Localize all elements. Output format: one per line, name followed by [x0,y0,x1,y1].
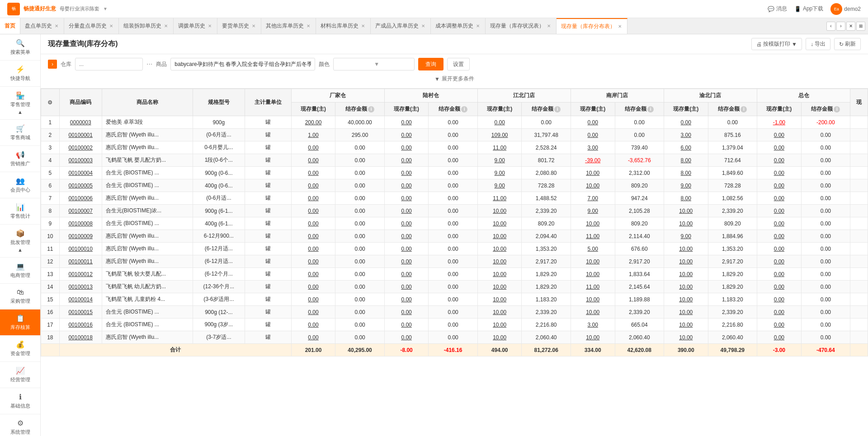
search-btn[interactable]: 查询 [418,58,443,70]
tab-close-btn[interactable]: ✕ [360,23,366,29]
user-area[interactable]: Ea demo2 [830,3,861,15]
refresh-btn[interactable]: ↻ 刷新 [834,38,861,50]
tab-close-all-btn[interactable]: ✕ [846,22,855,31]
sidebar-item[interactable]: 📢营销推广 [0,146,40,172]
print-btn[interactable]: 🖨 按模版打印 ▼ [751,38,802,50]
td-sum-nanan-amt: 42,620.08 [615,344,664,356]
td-yubei-qty: 8.00 [664,167,708,179]
tab-close-btn[interactable]: ✕ [163,23,169,29]
tab-close-btn[interactable]: ✕ [546,23,552,29]
expand-more-btn[interactable]: ▼ 展开更多条件 [434,75,474,83]
td-current [850,268,868,281]
td-spec: 900g (12-... [193,306,245,319]
sidebar-item[interactable]: ⚙系统管理 [0,414,40,436]
tab-close-btn[interactable]: ✕ [108,23,114,29]
td-name: 合生元 (BIOSTIME) ... [102,306,193,319]
th-settings[interactable]: ⚙ [41,89,60,116]
tab-label: 其他出库单历史 [266,22,304,30]
td-sum-factory-amt: 40,295.00 [335,344,384,356]
sidebar-item[interactable]: 🛍采购管理 [0,284,40,309]
tab-item[interactable]: 其他出库单历史✕ [261,18,316,34]
export-btn[interactable]: ↓ 导出 [806,38,830,50]
td-nanan-amt: 665.04 [615,319,664,331]
td-lucun-amt: 0.00 [429,179,477,192]
td-sum-empty [41,344,60,356]
dropdown-icon[interactable]: ▼ [103,6,108,11]
td-code: 00100005 [59,179,102,192]
td-total-qty: 0.00 [757,293,802,306]
sidebar-item[interactable]: ⚡快捷导航 [0,61,40,87]
sidebar-item[interactable]: 🏪零售管理▲ [0,87,40,120]
tab-item[interactable]: 现存量（库存状况表）✕ [486,18,557,34]
tab-close-btn[interactable]: ✕ [207,23,212,29]
td-idx: 7 [41,192,60,205]
sidebar-label: 批发管理 [10,239,30,246]
tab-close-btn[interactable]: ✕ [306,23,311,29]
sidebar-item[interactable]: 📦批发管理▲ [0,225,40,258]
td-jiangbei-qty: 10.00 [477,293,522,306]
sidebar-item[interactable]: 🔍搜索英单 [0,34,40,61]
td-total-qty: 0.00 [757,179,802,192]
tab-item[interactable]: 要货单历史✕ [217,18,261,34]
tab-prev-btn[interactable]: ‹ [826,22,835,31]
tab-close-btn[interactable]: ✕ [420,23,426,29]
sidebar-item[interactable]: 📈经营管理 [0,362,40,388]
tab-item[interactable]: 组装拆卸单历史✕ [119,18,174,34]
td-spec: (6-12月适... [193,255,245,268]
settings-btn[interactable]: 设置 [447,58,470,70]
tab-next-btn[interactable]: › [836,22,845,31]
brand-subtitle: 母婴行业演示陈套 [60,5,99,12]
th-total-qty: 现存量(主) [757,103,802,116]
th-jiangbei: 江北门店 [477,89,571,103]
tab-expand-btn[interactable]: ⊞ [856,22,865,31]
sidebar-item[interactable]: 📋库存核算 [0,309,40,336]
tab-item[interactable]: 材料出库单历史✕ [316,18,371,34]
td-yubei-amt: 728.28 [708,179,757,192]
td-jiangbei-amt: 2,339.20 [522,205,571,217]
tab-item[interactable]: 首页 [0,18,20,34]
warehouse-input[interactable] [75,58,143,70]
td-name: 惠氏启智 (Wyeth illu... [102,255,193,268]
td-lucun-qty: 0.00 [384,167,429,179]
tab-item[interactable]: 盘点单历史✕ [20,18,64,34]
td-factory-qty: 200.00 [291,116,335,129]
td-lucun-amt: 0.00 [429,116,477,129]
sidebar-icon: 📢 [16,150,25,159]
tab-scroll: 首页盘点单历史✕分量盘点单历史✕组装拆卸单历史✕调拨单历史✕要货单历史✕其他出库… [0,18,824,34]
td-spec: (0-6月适... [193,129,245,141]
td-current [850,129,868,141]
color-input[interactable]: ▼ [333,58,415,70]
tab-item[interactable]: 产成品入库单历史✕ [371,18,431,34]
warehouse-more-btn[interactable]: ··· [146,60,152,68]
message-btn[interactable]: 💬 消息 [768,5,787,13]
expand-arrow[interactable]: › [48,60,57,69]
goods-input[interactable] [170,58,315,70]
td-code: 00100008 [59,217,102,230]
tab-bar: 首页盘点单历史✕分量盘点单历史✕组装拆卸单历史✕调拨单历史✕要货单历史✕其他出库… [0,18,868,34]
sidebar-item[interactable]: 💻电商管理 [0,258,40,284]
td-name: 爱他美 卓萃3段 [102,116,193,129]
td-yubei-amt: 1,353.20 [708,243,757,255]
tab-close-btn[interactable]: ✕ [54,23,59,29]
sidebar-label: 系统管理 [10,429,30,436]
tab-item[interactable]: 分量盘点单历史✕ [64,18,119,34]
app-download-btn[interactable]: 📱 App下载 [794,5,823,13]
tab-item[interactable]: 成本调整单历史✕ [431,18,486,34]
sidebar-item[interactable]: ℹ基础信息 [0,388,40,414]
tab-item[interactable]: 调拨单历史✕ [174,18,217,34]
td-jiangbei-amt: 2,917.20 [522,255,571,268]
td-yubei-amt: 0.00 [708,116,757,129]
sidebar-item[interactable]: 👥会员中心 [0,172,40,198]
sidebar-item[interactable]: 🛒零售商城 [0,120,40,146]
sidebar-item[interactable]: 📊零售统计 [0,198,40,225]
tab-close-btn[interactable]: ✕ [475,23,481,29]
td-yubei-amt: 1,082.56 [708,192,757,205]
td-code: 00100016 [59,319,102,331]
tab-close-btn[interactable]: ✕ [617,23,623,29]
sidebar-label: 库存核算 [10,324,30,331]
sidebar-item[interactable]: 💰资金管理 [0,336,40,362]
td-sum-nanan-qty: 334.00 [571,344,615,356]
tab-item[interactable]: 现存量（库存分布表）✕ [557,18,627,34]
tab-close-btn[interactable]: ✕ [251,23,256,29]
td-name: 合生元 (BIOSTIME) ... [102,167,193,179]
